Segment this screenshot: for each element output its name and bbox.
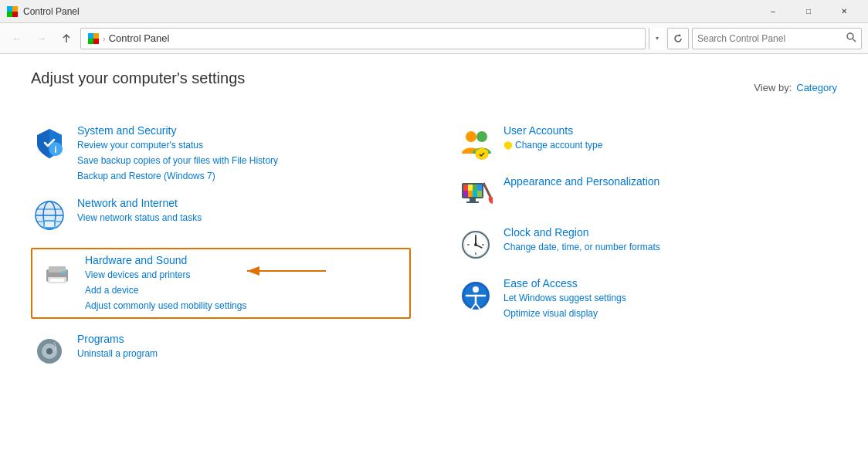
svg-rect-44 [466, 201, 479, 203]
network-internet-link-1[interactable]: View network status and tasks [77, 211, 202, 225]
ease-of-access-link-1[interactable]: Let Windows suggest settings [504, 291, 626, 305]
svg-rect-2 [7, 12, 12, 17]
system-security-link-2[interactable]: Save backup copies of your files with Fi… [77, 154, 278, 168]
network-internet-title[interactable]: Network and Internet [77, 197, 202, 209]
category-appearance[interactable]: Appearance and Personalization [457, 175, 837, 212]
appearance-icon [457, 175, 494, 212]
close-button[interactable]: ✕ [826, 0, 862, 23]
hardware-sound-title[interactable]: Hardware and Sound [85, 254, 246, 266]
svg-rect-40 [468, 191, 473, 197]
svg-rect-0 [7, 6, 12, 12]
programs-link-1[interactable]: Uninstall a program [77, 347, 158, 361]
svg-rect-37 [473, 184, 477, 191]
svg-rect-42 [477, 191, 482, 197]
svg-rect-4 [88, 33, 93, 39]
clock-region-link-1[interactable]: Change date, time, or number formats [504, 240, 660, 254]
left-column: i System and Security Review your comput… [31, 124, 411, 370]
programs-text: Programs Uninstall a program [77, 333, 158, 361]
up-button[interactable] [56, 28, 77, 49]
shield-small-icon [504, 140, 513, 150]
address-dropdown-button[interactable]: ▾ [649, 28, 664, 49]
appearance-title[interactable]: Appearance and Personalization [504, 175, 659, 188]
svg-point-46 [487, 195, 493, 204]
app-icon [6, 5, 19, 18]
svg-point-30 [46, 348, 53, 354]
category-clock-region[interactable]: Clock and Region Change date, time, or n… [457, 226, 837, 263]
ease-of-access-title[interactable]: Ease of Access [504, 277, 626, 289]
svg-rect-6 [88, 39, 93, 44]
svg-rect-39 [463, 191, 468, 197]
refresh-button[interactable] [667, 28, 689, 49]
system-security-link-1[interactable]: Review your computer's status [77, 138, 278, 152]
system-security-text: System and Security Review your computer… [77, 124, 278, 183]
programs-title[interactable]: Programs [77, 333, 158, 345]
categories-grid: i System and Security Review your comput… [31, 124, 837, 370]
svg-rect-35 [463, 184, 468, 191]
svg-rect-5 [93, 33, 99, 39]
category-ease-of-access[interactable]: Ease of Access Let Windows suggest setti… [457, 277, 837, 320]
address-path[interactable]: › Control Panel [80, 28, 646, 49]
svg-rect-1 [12, 6, 18, 12]
svg-point-25 [62, 271, 65, 274]
svg-line-10 [853, 39, 856, 42]
svg-point-59 [473, 286, 479, 293]
right-column: User Accounts Change account type [457, 124, 837, 370]
hardware-sound-icon [39, 254, 76, 291]
forward-button[interactable]: → [31, 28, 53, 49]
user-accounts-text: User Accounts Change account type [504, 124, 602, 152]
page-title: Adjust your computer's settings [31, 69, 245, 87]
category-programs[interactable]: Programs Uninstall a program [31, 333, 411, 370]
breadcrumb-text: Control Panel [109, 32, 170, 44]
svg-point-31 [466, 131, 476, 142]
hardware-sound-link-1[interactable]: View devices and printers [85, 268, 246, 282]
search-box[interactable] [692, 28, 862, 49]
category-system-security[interactable]: i System and Security Review your comput… [31, 124, 411, 183]
svg-text:i: i [54, 144, 56, 155]
refresh-icon [673, 33, 683, 44]
ease-of-access-icon [457, 277, 494, 314]
svg-point-32 [476, 131, 487, 142]
breadcrumb-separator: › [103, 34, 106, 43]
svg-point-52 [474, 243, 477, 246]
user-accounts-icon [457, 124, 494, 161]
view-by-control: View by: Category [754, 82, 837, 93]
up-icon [61, 33, 72, 44]
svg-rect-36 [468, 184, 473, 191]
network-internet-text: Network and Internet View network status… [77, 197, 202, 225]
address-bar: ← → › Control Panel ▾ [0, 23, 868, 54]
title-bar-title: Control Panel [23, 6, 755, 17]
ease-of-access-link-2[interactable]: Optimize visual display [504, 306, 626, 320]
category-network-internet[interactable]: Network and Internet View network status… [31, 197, 411, 234]
hardware-sound-text: Hardware and Sound View devices and prin… [85, 254, 246, 313]
svg-rect-38 [477, 184, 482, 191]
ease-of-access-text: Ease of Access Let Windows suggest setti… [504, 277, 626, 320]
system-security-title[interactable]: System and Security [77, 124, 278, 137]
svg-rect-20 [45, 222, 54, 227]
hardware-sound-link-2[interactable]: Add a device [85, 283, 246, 297]
search-icon[interactable] [846, 32, 856, 45]
search-input[interactable] [697, 33, 843, 44]
clock-region-title[interactable]: Clock and Region [504, 226, 660, 239]
svg-rect-41 [473, 191, 477, 197]
appearance-text: Appearance and Personalization [504, 175, 659, 188]
hardware-sound-link-3[interactable]: Adjust commonly used mobility settings [85, 299, 246, 313]
svg-rect-24 [50, 279, 64, 282]
view-by-value[interactable]: Category [796, 82, 837, 93]
back-button[interactable]: ← [6, 28, 28, 49]
minimize-button[interactable]: – [755, 0, 791, 23]
category-user-accounts[interactable]: User Accounts Change account type [457, 124, 837, 161]
system-security-link-3[interactable]: Backup and Restore (Windows 7) [77, 169, 278, 183]
title-bar-controls: – □ ✕ [755, 0, 862, 23]
category-hardware-sound[interactable]: Hardware and Sound View devices and prin… [31, 248, 411, 319]
user-accounts-title[interactable]: User Accounts [504, 124, 602, 137]
svg-line-45 [483, 183, 491, 198]
programs-icon [31, 333, 68, 370]
network-internet-icon [31, 197, 68, 234]
arrow-annotation [241, 260, 334, 282]
maximize-button[interactable]: □ [791, 0, 826, 23]
main-content: Adjust your computer's settings View by:… [0, 54, 868, 457]
user-accounts-link-1[interactable]: Change account type [515, 138, 602, 152]
svg-rect-43 [470, 198, 476, 201]
clock-region-text: Clock and Region Change date, time, or n… [504, 226, 660, 254]
title-bar: Control Panel – □ ✕ [0, 0, 868, 23]
